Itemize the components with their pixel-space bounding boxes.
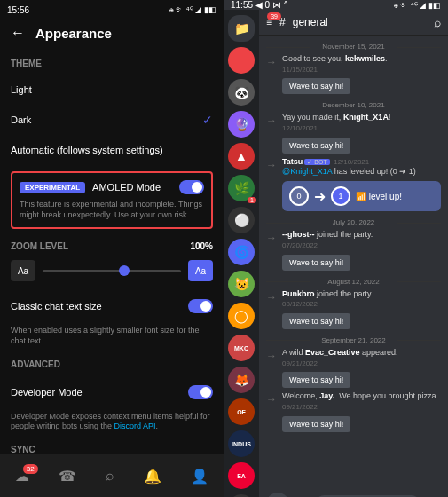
experimental-tag: EXPERIMENTAL [20, 182, 85, 193]
server-icon[interactable]: OF [228, 398, 255, 425]
theme-dark-row[interactable]: Dark✓ [11, 104, 213, 136]
appearance-header: ← Appearance [0, 20, 224, 46]
time-right: 11:55 ◀ 0 ⋈ ^ [231, 0, 287, 10]
server-icon[interactable] [228, 47, 255, 74]
server-icon[interactable]: ▲ [228, 143, 255, 170]
arrow-icon: → [266, 350, 277, 388]
server-icon[interactable]: EA [228, 462, 255, 489]
nav-search-icon[interactable]: ⌕ [106, 468, 114, 484]
amoled-toggle[interactable] [179, 180, 204, 194]
channel-header: ≡39 # general ⌕ [259, 10, 448, 36]
message-row[interactable]: →Punkbro joined the party.08/12/2022Wave… [266, 289, 441, 329]
theme-section-title: THEME [11, 59, 213, 68]
server-icon[interactable]: 🦊 [228, 367, 255, 393]
nav-friends-icon[interactable]: ☎ [59, 468, 76, 485]
wave-button[interactable]: Wave to say hi! [282, 313, 350, 329]
status-icons-left: ⊕ ᯤ ⁴ᴳ ◢ ▮◧ [169, 5, 216, 14]
discord-api-link[interactable]: Discord API [114, 422, 156, 430]
wave-button[interactable]: Wave to say hi! [282, 138, 350, 154]
date-divider: August 12, 2022 [266, 278, 441, 286]
theme-light-row[interactable]: Light [11, 75, 213, 104]
date-divider: December 10, 2021 [266, 101, 441, 109]
time-left: 15:56 [7, 5, 29, 15]
arrow-icon: → [266, 232, 277, 270]
server-icon[interactable]: 🌀 [228, 239, 255, 265]
amoled-box: EXPERIMENTAL AMOLED Mode This feature is… [11, 171, 213, 229]
amoled-hint: This feature is experimental and incompl… [20, 200, 204, 220]
dev-mode-row[interactable]: Developer Mode [11, 376, 213, 408]
dev-toggle[interactable] [188, 385, 213, 399]
server-column: 📁🐼🔮▲🌿1⚪🌀😺◯MKC🦊OFINDUSEA👟 [224, 10, 259, 497]
server-icon[interactable]: ⚪ [228, 207, 255, 233]
message-row[interactable]: →Welcome, Jay.. We hope you brought pizz… [266, 391, 441, 431]
server-icon[interactable]: 📁 [228, 15, 255, 42]
wave-button[interactable]: Wave to say hi! [282, 255, 350, 271]
message-row[interactable]: →--ghost-- joined the party.07/20/2022Wa… [266, 230, 441, 270]
nav-badge: 32 [23, 464, 38, 474]
wave-button[interactable]: Wave to say hi! [282, 416, 350, 432]
classic-hint: When enabled uses a slightly smaller fon… [11, 326, 213, 346]
arrow-icon: → [266, 114, 277, 153]
check-icon: ✓ [202, 113, 213, 127]
advanced-title: ADVANCED [11, 359, 213, 369]
nav-home-icon[interactable]: ☁32 [15, 468, 29, 485]
message-row[interactable]: →Yay you made it, Knight_X1A!12/10/2021W… [266, 113, 441, 153]
message-row[interactable]: →Tatsu✓ BOT 12/10/2021@Knight_X1A has le… [266, 157, 441, 211]
filter-icon[interactable]: ≡39 [266, 16, 272, 28]
arrow-icon: → [266, 159, 277, 211]
composer: + 🎁 Message #general 😊 [259, 487, 448, 497]
wave-button[interactable]: Wave to say hi! [282, 78, 350, 94]
arrow-icon: → [266, 291, 277, 329]
page-title: Appearance [35, 26, 112, 41]
amoled-label: AMOLED Mode [92, 182, 172, 193]
zoom-title: ZOOM LEVEL [11, 241, 68, 251]
server-icon[interactable]: 🌿1 [228, 175, 255, 201]
status-icons-right: ⊕ ᯤ ⁴ᴳ ◢ ▮◧ [394, 1, 441, 10]
message-row[interactable]: →Good to see you, kekwmiles.11/15/2021Wa… [266, 54, 441, 94]
message-list[interactable]: November 15, 2021→Good to see you, kekwm… [259, 36, 448, 487]
date-divider: September 21, 2022 [266, 336, 441, 344]
server-icon[interactable]: 🐼 [228, 79, 255, 106]
aa-small-icon[interactable]: Aa [11, 260, 35, 281]
bottom-nav: ☁32 ☎ ⌕ 🔔 👤 [0, 454, 224, 497]
zoom-value: 100% [190, 241, 213, 251]
message-row[interactable]: →A wild Evac_Creative appeared.09/21/202… [266, 348, 441, 388]
zoom-slider[interactable] [43, 270, 181, 272]
sync-title: SYNC [11, 445, 213, 454]
classic-text-row[interactable]: Classic chat text size [11, 290, 213, 322]
arrow-icon: → [266, 56, 277, 94]
search-icon[interactable]: ⌕ [434, 15, 441, 29]
channel-name[interactable]: general [293, 16, 328, 28]
server-icon[interactable]: INDUS [228, 430, 255, 457]
theme-auto-row[interactable]: Automatic (follows system settings) [11, 136, 213, 164]
status-bar-left: 15:56 ⊕ ᯤ ⁴ᴳ ◢ ▮◧ [0, 0, 224, 20]
nav-mentions-icon[interactable]: 🔔 [144, 468, 161, 485]
arrow-icon: → [266, 393, 277, 431]
server-icon[interactable]: ◯ [228, 303, 255, 329]
server-icon[interactable]: MKC [228, 335, 255, 361]
levelup-card: 0➜1📶 level up! [282, 181, 441, 211]
status-bar-right: 11:55 ◀ 0 ⋈ ^ ⊕ ᯤ ⁴ᴳ ◢ ▮◧ [224, 0, 448, 10]
server-icon[interactable]: 🔮 [228, 111, 255, 138]
aa-large-icon[interactable]: Aa [188, 260, 213, 281]
date-divider: November 15, 2021 [266, 43, 441, 51]
dev-hint: Developer Mode exposes context menu item… [11, 412, 213, 432]
server-icon[interactable]: 😺 [228, 271, 255, 297]
back-icon[interactable]: ← [11, 25, 25, 41]
nav-profile-icon[interactable]: 👤 [191, 468, 208, 485]
wave-button[interactable]: Wave to say hi! [282, 372, 350, 388]
attach-button[interactable]: + [266, 493, 289, 497]
date-divider: July 20, 2022 [266, 218, 441, 226]
classic-toggle[interactable] [188, 299, 213, 313]
